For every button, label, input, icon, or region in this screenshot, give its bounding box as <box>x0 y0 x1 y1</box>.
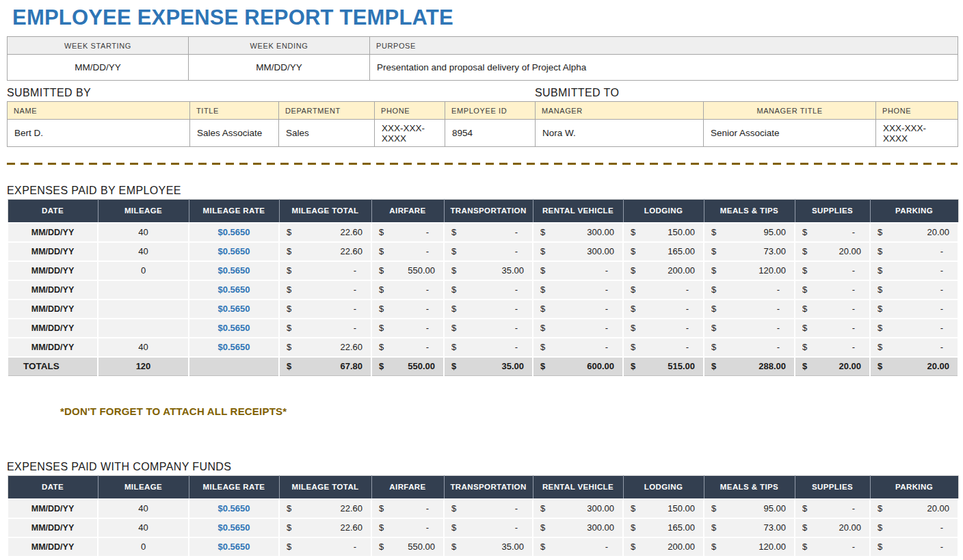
supplies-cell[interactable]: $- <box>795 280 870 299</box>
week-ending-cell[interactable]: MM/DD/YY <box>189 55 370 81</box>
transportation-cell[interactable]: $35.00 <box>444 261 533 280</box>
mileage-total-cell[interactable]: $22.60 <box>279 338 371 357</box>
date-cell[interactable]: MM/DD/YY <box>8 242 98 261</box>
mileage-cell[interactable] <box>98 319 189 338</box>
meals-tips-cell[interactable]: $- <box>704 338 795 357</box>
airfare-cell[interactable]: $- <box>371 242 444 261</box>
mileage-rate-cell[interactable]: $0.5650 <box>189 338 279 357</box>
date-cell[interactable]: MM/DD/YY <box>8 338 98 357</box>
supplies-cell[interactable]: $- <box>795 223 870 242</box>
supplies-cell[interactable]: $20.00 <box>795 242 870 261</box>
mileage-rate-cell[interactable]: $0.5650 <box>189 299 279 319</box>
airfare-cell[interactable]: $- <box>371 338 444 357</box>
airfare-cell[interactable]: $- <box>371 499 444 518</box>
title-cell[interactable]: Sales Associate <box>190 120 279 147</box>
parking-cell[interactable]: $- <box>870 518 958 537</box>
name-cell[interactable]: Bert D. <box>8 120 190 147</box>
mileage-rate-cell[interactable]: $0.5650 <box>189 223 279 242</box>
mileage-rate-cell[interactable]: $0.5650 <box>189 242 279 261</box>
lodging-cell[interactable]: $- <box>623 319 704 338</box>
supplies-cell[interactable]: $- <box>795 537 870 557</box>
rental-vehicle-cell[interactable]: $300.00 <box>533 242 623 261</box>
transportation-cell[interactable]: $35.00 <box>444 537 533 557</box>
parking-cell[interactable]: $- <box>870 299 958 319</box>
department-cell[interactable]: Sales <box>279 120 375 147</box>
mileage-total-cell[interactable]: $- <box>279 319 371 338</box>
rental-vehicle-cell[interactable]: $- <box>533 338 623 357</box>
rental-vehicle-cell[interactable]: $300.00 <box>533 518 623 537</box>
lodging-cell[interactable]: $200.00 <box>623 537 704 557</box>
purpose-cell[interactable]: Presentation and proposal delivery of Pr… <box>370 55 958 81</box>
mileage-cell[interactable]: 40 <box>98 223 189 242</box>
mileage-rate-cell[interactable]: $0.5650 <box>189 537 279 557</box>
lodging-cell[interactable]: $200.00 <box>623 261 704 280</box>
phone-cell[interactable]: XXX-XXX-XXXX <box>375 120 445 147</box>
airfare-cell[interactable]: $- <box>371 518 444 537</box>
mileage-cell[interactable]: 0 <box>98 537 189 557</box>
supplies-cell[interactable]: $- <box>795 261 870 280</box>
rental-vehicle-cell[interactable]: $- <box>533 299 623 319</box>
mileage-cell[interactable]: 40 <box>98 518 189 537</box>
supplies-cell[interactable]: $- <box>795 499 870 518</box>
meals-tips-cell[interactable]: $73.00 <box>704 242 795 261</box>
week-starting-cell[interactable]: MM/DD/YY <box>8 55 189 81</box>
transportation-cell[interactable]: $- <box>444 518 533 537</box>
mileage-total-cell[interactable]: $22.60 <box>279 518 371 537</box>
mileage-cell[interactable]: 40 <box>98 242 189 261</box>
mileage-total-cell[interactable]: $22.60 <box>279 242 371 261</box>
lodging-cell[interactable]: $150.00 <box>623 499 704 518</box>
date-cell[interactable]: MM/DD/YY <box>8 280 98 299</box>
date-cell[interactable]: MM/DD/YY <box>8 319 98 338</box>
mileage-total-cell[interactable]: $22.60 <box>279 223 371 242</box>
lodging-cell[interactable]: $165.00 <box>623 242 704 261</box>
lodging-cell[interactable]: $- <box>623 299 704 319</box>
lodging-cell[interactable]: $- <box>623 338 704 357</box>
mileage-cell[interactable] <box>98 280 189 299</box>
mileage-rate-cell[interactable]: $0.5650 <box>189 319 279 338</box>
mileage-rate-cell[interactable]: $0.5650 <box>189 261 279 280</box>
supplies-cell[interactable]: $20.00 <box>795 518 870 537</box>
parking-cell[interactable]: $20.00 <box>870 223 958 242</box>
mileage-cell[interactable]: 0 <box>98 261 189 280</box>
manager-phone-cell[interactable]: XXX-XXX-XXXX <box>876 120 958 147</box>
transportation-cell[interactable]: $- <box>444 299 533 319</box>
airfare-cell[interactable]: $- <box>371 299 444 319</box>
manager-title-cell[interactable]: Senior Associate <box>704 120 876 147</box>
parking-cell[interactable]: $- <box>870 280 958 299</box>
parking-cell[interactable]: $- <box>870 537 958 557</box>
transportation-cell[interactable]: $- <box>444 499 533 518</box>
meals-tips-cell[interactable]: $73.00 <box>704 518 795 537</box>
lodging-cell[interactable]: $150.00 <box>623 223 704 242</box>
mileage-cell[interactable]: 40 <box>98 338 189 357</box>
mileage-rate-cell[interactable]: $0.5650 <box>189 518 279 537</box>
parking-cell[interactable]: $- <box>870 338 958 357</box>
transportation-cell[interactable]: $- <box>444 338 533 357</box>
supplies-cell[interactable]: $- <box>795 299 870 319</box>
airfare-cell[interactable]: $- <box>371 223 444 242</box>
mileage-rate-cell[interactable]: $0.5650 <box>189 499 279 518</box>
airfare-cell[interactable]: $550.00 <box>371 261 444 280</box>
meals-tips-cell[interactable]: $- <box>704 299 795 319</box>
mileage-cell[interactable]: 40 <box>98 499 189 518</box>
supplies-cell[interactable]: $- <box>795 338 870 357</box>
transportation-cell[interactable]: $- <box>444 223 533 242</box>
meals-tips-cell[interactable]: $- <box>704 280 795 299</box>
mileage-rate-cell[interactable]: $0.5650 <box>189 280 279 299</box>
date-cell[interactable]: MM/DD/YY <box>8 299 98 319</box>
manager-cell[interactable]: Nora W. <box>536 120 704 147</box>
transportation-cell[interactable]: $- <box>444 319 533 338</box>
date-cell[interactable]: MM/DD/YY <box>8 261 98 280</box>
mileage-total-cell[interactable]: $- <box>279 261 371 280</box>
date-cell[interactable]: MM/DD/YY <box>8 537 98 557</box>
transportation-cell[interactable]: $- <box>444 242 533 261</box>
rental-vehicle-cell[interactable]: $300.00 <box>533 499 623 518</box>
rental-vehicle-cell[interactable]: $- <box>533 261 623 280</box>
lodging-cell[interactable]: $165.00 <box>623 518 704 537</box>
rental-vehicle-cell[interactable]: $- <box>533 280 623 299</box>
employee-id-cell[interactable]: 8954 <box>445 120 536 147</box>
meals-tips-cell[interactable]: $120.00 <box>704 537 795 557</box>
mileage-total-cell[interactable]: $- <box>279 299 371 319</box>
meals-tips-cell[interactable]: $95.00 <box>704 499 795 518</box>
airfare-cell[interactable]: $550.00 <box>371 537 444 557</box>
parking-cell[interactable]: $20.00 <box>870 499 958 518</box>
